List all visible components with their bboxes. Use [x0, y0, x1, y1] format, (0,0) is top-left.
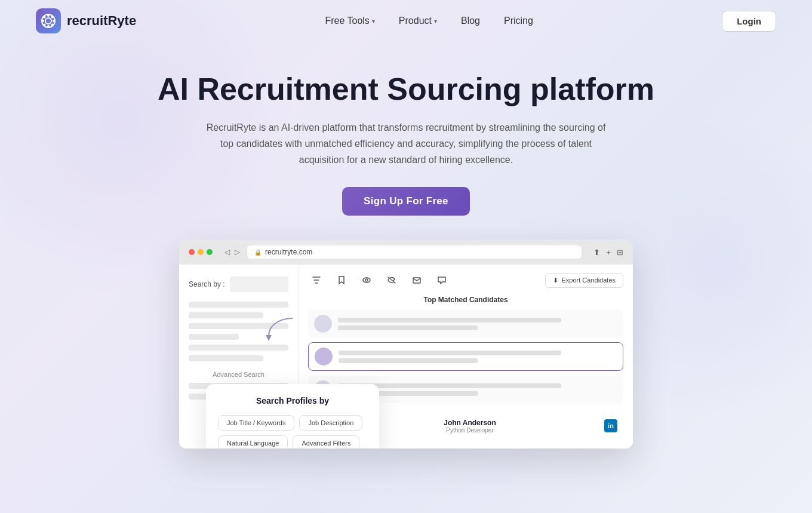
search-profiles-card: Search Profiles by Job Title / Keywords …	[206, 384, 379, 449]
svg-point-1	[45, 18, 51, 24]
svg-point-8	[51, 16, 54, 19]
nav-free-tools[interactable]: Free Tools ▾	[325, 16, 374, 26]
search-by-row: Search by :	[189, 277, 288, 292]
top-matched-label: Top Matched Candidates	[308, 296, 623, 304]
browser-nav-buttons: ◁ ▷	[224, 248, 240, 256]
eye-icon[interactable]	[358, 272, 375, 288]
nav-product[interactable]: Product ▾	[399, 16, 437, 26]
svg-point-11	[365, 279, 368, 281]
placeholder-line	[189, 355, 263, 361]
nav-pricing[interactable]: Pricing	[504, 16, 533, 26]
browser-chrome: ◁ ▷ 🔒 recruitryte.com ⬆ + ⊞	[179, 239, 633, 265]
search-by-label: Search by :	[189, 280, 225, 288]
filter-tag-natural-language[interactable]: Natural Language	[218, 435, 288, 449]
john-info: John Anderson Python Developer	[342, 419, 598, 434]
signup-button[interactable]: Sign Up For Free	[342, 187, 470, 216]
login-button[interactable]: Login	[722, 11, 776, 32]
svg-point-6	[44, 16, 46, 19]
search-profiles-title: Search Profiles by	[218, 396, 367, 406]
svg-point-10	[363, 278, 370, 282]
browser-content: Search by : Advanced Search	[179, 265, 633, 449]
placeholder-line	[189, 345, 288, 351]
forward-button[interactable]: ▷	[235, 248, 240, 256]
dot-maximize	[207, 249, 213, 255]
export-candidates-button[interactable]: ⬇ Export Candidates	[545, 273, 624, 288]
browser-dots	[189, 249, 213, 255]
filter-tags: Job Title / Keywords Job Description Nat…	[218, 415, 367, 449]
advanced-search-label: Advanced Search	[189, 371, 288, 378]
svg-point-3	[47, 25, 50, 27]
logo-text: recruitRyte	[67, 13, 136, 29]
hide-icon[interactable]	[383, 272, 400, 288]
svg-point-5	[53, 20, 55, 22]
browser-mockup: ◁ ▷ 🔒 recruitryte.com ⬆ + ⊞ Sea	[179, 239, 633, 449]
toolbar-row: ⬇ Export Candidates	[308, 272, 623, 288]
mail-icon[interactable]	[408, 272, 425, 288]
search-input[interactable]	[230, 277, 288, 292]
linkedin-icon[interactable]: in	[604, 419, 617, 432]
info-line	[338, 325, 478, 330]
filter-tag-job-title[interactable]: Job Title / Keywords	[218, 415, 294, 431]
svg-point-7	[51, 24, 54, 26]
dot-close	[189, 249, 195, 255]
hero-section: AI Recruitment Sourcing platform Recruit…	[0, 42, 812, 449]
candidate-info	[339, 351, 617, 363]
svg-point-2	[47, 14, 50, 17]
address-bar[interactable]: 🔒 recruitryte.com	[247, 245, 582, 259]
candidate-info	[338, 318, 617, 330]
add-tab-icon[interactable]: +	[606, 248, 611, 257]
navbar: recruitRyte Free Tools ▾ Product ▾ Blog …	[0, 0, 812, 42]
placeholder-line	[189, 312, 263, 318]
john-name: John Anderson	[342, 419, 598, 427]
candidate-avatar	[315, 348, 333, 365]
placeholder-line	[189, 334, 239, 340]
logo-icon	[36, 8, 61, 33]
logo[interactable]: recruitRyte	[36, 8, 136, 33]
arrow-decoration-left	[263, 312, 299, 345]
candidate-row-highlighted	[308, 342, 623, 371]
share-icon[interactable]: ⬆	[593, 248, 600, 257]
hero-subtitle: RecruitRyte is an AI-driven platform tha…	[203, 119, 609, 168]
dot-minimize	[198, 249, 204, 255]
browser-action-icons: ⬆ + ⊞	[593, 248, 623, 257]
candidate-info	[338, 383, 617, 396]
placeholder-line	[189, 302, 288, 308]
toolbar-icons	[308, 272, 450, 288]
info-line	[339, 358, 478, 363]
address-text: recruitryte.com	[265, 248, 312, 256]
grid-icon[interactable]: ⊞	[617, 248, 623, 257]
chat-icon[interactable]	[433, 272, 450, 288]
download-icon: ⬇	[553, 277, 558, 284]
filter-tag-job-description[interactable]: Job Description	[299, 415, 362, 431]
candidate-row	[308, 310, 623, 337]
nav-links: Free Tools ▾ Product ▾ Blog Pricing	[325, 16, 533, 26]
hero-title: AI Recruitment Sourcing platform	[0, 72, 812, 107]
info-line	[339, 351, 561, 355]
browser-window: ◁ ▷ 🔒 recruitryte.com ⬆ + ⊞ Sea	[179, 239, 633, 449]
chevron-down-icon: ▾	[434, 18, 437, 24]
filter-icon[interactable]	[308, 272, 325, 288]
info-line	[338, 318, 561, 322]
svg-point-9	[44, 24, 46, 26]
nav-blog[interactable]: Blog	[461, 16, 480, 26]
main-panel: ⬇ Export Candidates Top Matched Candidat…	[299, 265, 633, 449]
back-button[interactable]: ◁	[224, 248, 230, 256]
svg-marker-13	[266, 335, 272, 341]
lock-icon: 🔒	[254, 249, 262, 256]
svg-point-4	[42, 20, 44, 22]
filter-tag-advanced-filters[interactable]: Advanced Filters	[293, 435, 359, 449]
john-title: Python Developer	[342, 427, 598, 434]
candidate-avatar	[314, 315, 332, 333]
chevron-down-icon: ▾	[372, 18, 375, 24]
bookmark-icon[interactable]	[333, 272, 350, 288]
